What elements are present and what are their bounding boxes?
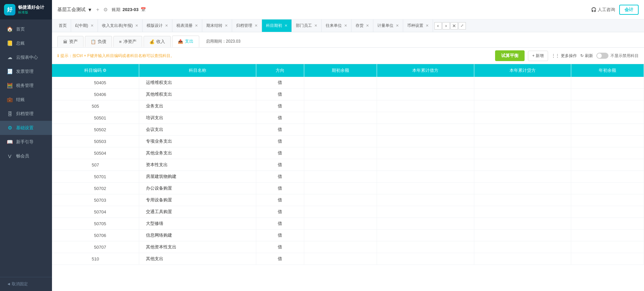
cell-direction: 借 bbox=[256, 124, 304, 136]
nav-label-home: 首页 bbox=[16, 26, 25, 32]
table-row: 50406其他维权支出借 bbox=[52, 89, 644, 100]
tab-unit[interactable]: 计量单位✕ bbox=[373, 19, 403, 32]
help-button[interactable]: 🎧 人工咨询 bbox=[591, 7, 615, 13]
cell-ytd-credit bbox=[474, 183, 571, 194]
cell-ytd-credit bbox=[474, 194, 571, 206]
cell-year-init bbox=[571, 124, 644, 136]
table-row: 50707其他资本性支出借 bbox=[52, 241, 644, 253]
nav-icon-guide: 📖 bbox=[7, 139, 13, 145]
refresh-button[interactable]: ↻ 刷新 bbox=[580, 53, 593, 59]
tab-close-income_annual[interactable]: ✕ bbox=[135, 23, 138, 28]
subtab-income[interactable]: 💰收入 bbox=[144, 36, 171, 47]
period-label: 账期 bbox=[112, 7, 120, 13]
tab-close-subject_init[interactable]: ✕ bbox=[284, 23, 287, 28]
tab-currency[interactable]: 币种设置✕ bbox=[403, 19, 433, 32]
cell-year-init bbox=[571, 206, 644, 218]
sidebar-collapse-btn[interactable]: ◄ 取消固定 bbox=[0, 277, 52, 291]
settings-icon[interactable]: ⚙ bbox=[103, 7, 108, 13]
sidebar-item-invoice[interactable]: 🧾发票管理 bbox=[0, 64, 52, 79]
tab-label-period_end: 期末结转 bbox=[206, 23, 222, 29]
table-row: 510其他支出借 bbox=[52, 253, 644, 265]
cell-ytd-credit bbox=[474, 218, 571, 230]
sidebar-item-reports[interactable]: ☁云报表中心 bbox=[0, 50, 52, 64]
tab-close-period_end[interactable]: ✕ bbox=[225, 23, 228, 28]
tab-close-unit[interactable]: ✕ bbox=[396, 23, 399, 28]
more-ops-button[interactable]: ⋮⋮ 更多操作 bbox=[551, 53, 577, 59]
balance-button[interactable]: 试算平衡 bbox=[495, 50, 525, 61]
cell-ytd-credit bbox=[474, 206, 571, 218]
sidebar-item-archive[interactable]: 🗄归档管理 bbox=[0, 107, 52, 121]
tab-label-home: 首页 bbox=[59, 23, 67, 29]
company-selector[interactable]: 基层工会测试 ▼ bbox=[57, 7, 92, 13]
sidebar-item-settlement[interactable]: 💼结账 bbox=[0, 93, 52, 107]
add-icon[interactable]: + bbox=[96, 7, 99, 13]
tab-tax[interactable]: 税表清册✕ bbox=[172, 19, 202, 32]
tab-close-interim[interactable]: ✕ bbox=[91, 23, 94, 28]
tab-close-currency[interactable]: ✕ bbox=[426, 23, 429, 28]
cell-direction: 借 bbox=[256, 206, 304, 218]
headset-icon: 🎧 bbox=[591, 7, 596, 12]
tab-subject_init[interactable]: 科目期初✕ bbox=[262, 19, 292, 32]
cell-name: 交通工具购置 bbox=[139, 206, 256, 218]
main-area: 基层工会测试 ▼ + ⚙ 账期 2023-03 📅 🎧 人工咨询 会计 首页£(… bbox=[52, 0, 644, 291]
toggle-disabled-btn[interactable] bbox=[596, 53, 608, 59]
sidebar-item-guide[interactable]: 📖新手引导 bbox=[0, 135, 52, 149]
subtab-icon-income: 💰 bbox=[149, 39, 155, 44]
tab-prev-btn[interactable]: ‹ bbox=[434, 22, 442, 30]
th-____: 期初余额 bbox=[304, 64, 377, 77]
subtab-asset[interactable]: 🏛资产 bbox=[57, 36, 84, 47]
tab-close-department[interactable]: ✕ bbox=[314, 23, 317, 28]
nav-label-reports: 云报表中心 bbox=[16, 54, 38, 60]
expand-btn[interactable]: ⤢ bbox=[459, 22, 466, 30]
tab-income_annual[interactable]: 收入支出表(年报)✕ bbox=[98, 19, 143, 32]
cell-code: 50704 bbox=[52, 206, 139, 218]
cell-ytd-credit bbox=[474, 89, 571, 100]
period-selector[interactable]: 账期 2023-03 📅 bbox=[112, 7, 146, 13]
cell-ytd-credit bbox=[474, 241, 571, 253]
sidebar-item-member[interactable]: V畅会员 bbox=[0, 149, 52, 163]
tab-template[interactable]: 模版设计✕ bbox=[143, 19, 172, 32]
tab-close-inventory[interactable]: ✕ bbox=[366, 23, 369, 28]
tab-close-tax[interactable]: ✕ bbox=[195, 23, 198, 28]
cell-opening-balance bbox=[304, 183, 377, 194]
subtab-liability[interactable]: 📋负债 bbox=[85, 36, 112, 47]
close-all-tabs-btn[interactable]: ✕ bbox=[450, 22, 458, 30]
tab-close-template[interactable]: ✕ bbox=[165, 23, 168, 28]
cell-name: 专用设备购置 bbox=[139, 194, 256, 206]
cell-code: 50406 bbox=[52, 89, 139, 100]
cell-code: 50707 bbox=[52, 241, 139, 253]
subtab-bar: 🏛资产📋负债≡净资产💰收入📤支出启用期间：2023.03 bbox=[52, 32, 644, 48]
subtab-expense[interactable]: 📤支出 bbox=[172, 36, 199, 47]
tab-contacts[interactable]: 往来单位✕ bbox=[322, 19, 352, 32]
tab-label-archive: 归档管理 bbox=[236, 23, 252, 29]
cell-opening-balance bbox=[304, 194, 377, 206]
cell-year-init bbox=[571, 218, 644, 230]
tab-archive[interactable]: 归档管理✕ bbox=[232, 19, 262, 32]
tab-period_end[interactable]: 期末结转✕ bbox=[202, 19, 232, 32]
tab-department[interactable]: 部门员工✕ bbox=[292, 19, 322, 32]
subtab-net_asset[interactable]: ≡净资产 bbox=[113, 36, 142, 47]
cell-year-init bbox=[571, 100, 644, 112]
toolbar-right: 试算平衡 + 新增 ⋮⋮ 更多操作 ↻ 刷新 不显示禁用科目 bbox=[495, 50, 639, 61]
toggle-label: 不显示禁用科目 bbox=[610, 53, 639, 59]
cell-direction: 借 bbox=[256, 147, 304, 159]
tab-home[interactable]: 首页 bbox=[55, 19, 71, 32]
tab-close-archive[interactable]: ✕ bbox=[255, 23, 258, 28]
cell-name: 其他业务支出 bbox=[139, 147, 256, 159]
th-______: 科目编码 ⚙ bbox=[52, 64, 139, 77]
add-button[interactable]: + 新增 bbox=[528, 51, 548, 61]
table-row: 50702办公设备购置借 bbox=[52, 183, 644, 194]
sidebar-item-home[interactable]: 🏠首页 bbox=[0, 22, 52, 36]
cell-year-init bbox=[571, 112, 644, 124]
sidebar-item-tax[interactable]: 🧮税务管理 bbox=[0, 79, 52, 93]
tab-interim[interactable]: £(中期)✕ bbox=[71, 19, 98, 32]
cell-opening-balance bbox=[304, 218, 377, 230]
tab-next-btn[interactable]: › bbox=[442, 22, 450, 30]
tab-inventory[interactable]: 存货✕ bbox=[352, 19, 373, 32]
tab-close-contacts[interactable]: ✕ bbox=[344, 23, 347, 28]
account-button[interactable]: 会计 bbox=[619, 5, 639, 15]
sidebar-item-settings[interactable]: ⚙基础设置 bbox=[0, 121, 52, 135]
cell-name: 培训支出 bbox=[139, 112, 256, 124]
sidebar-item-ledger[interactable]: 📒总账 bbox=[0, 36, 52, 50]
cell-ytd-debit bbox=[377, 89, 474, 100]
